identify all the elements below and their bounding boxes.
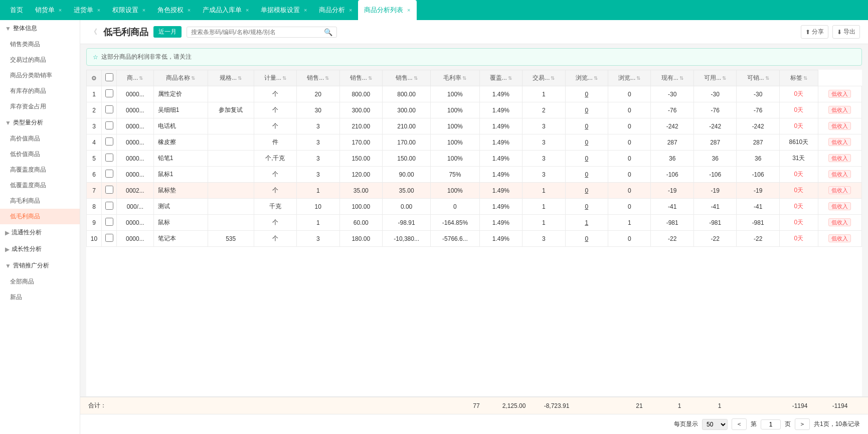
- row-view1: 0: [608, 167, 651, 183]
- nav-goods-analysis-list[interactable]: 商品分析列表 ×: [358, 0, 416, 20]
- col-unit-header[interactable]: 计量...⇅: [254, 70, 296, 86]
- row-gross: 1.49%: [479, 102, 522, 118]
- col-sales-header[interactable]: 销售...⇅: [383, 70, 431, 86]
- sidebar-group-overall[interactable]: ▼ 整体信息: [0, 20, 80, 37]
- col-view1-header[interactable]: 浏览...⇅: [565, 70, 608, 86]
- close-purchase[interactable]: ×: [97, 7, 100, 13]
- row-checkbox[interactable]: [105, 218, 113, 226]
- sidebar-item-all-goods[interactable]: 全部商品: [0, 274, 80, 290]
- close-goods-analysis[interactable]: ×: [349, 7, 352, 13]
- sidebar-item-capital[interactable]: 库存资金占用: [0, 99, 80, 114]
- nav-sales[interactable]: 销货单 ×: [29, 0, 68, 20]
- col-days-header[interactable]: 可销...⇅: [737, 70, 779, 86]
- sidebar-group-growth[interactable]: ▶ 成长性分析: [0, 241, 80, 257]
- col-qty-header[interactable]: 销售...⇅: [297, 70, 339, 86]
- row-checkbox[interactable]: [105, 89, 113, 97]
- col-stock-header[interactable]: 现有...⇅: [651, 70, 693, 86]
- nav-product-entry[interactable]: 产成品入库单 ×: [197, 0, 255, 20]
- row-checkbox-cell[interactable]: [102, 183, 117, 199]
- page-input[interactable]: [761, 419, 781, 429]
- close-template[interactable]: ×: [304, 7, 307, 13]
- col-view2-header[interactable]: 浏览...⇅: [608, 70, 651, 86]
- row-trade[interactable]: 1: [565, 215, 608, 231]
- sidebar-item-low-value[interactable]: 低价值商品: [0, 147, 80, 162]
- row-checkbox[interactable]: [105, 186, 113, 194]
- row-checkbox[interactable]: [105, 170, 113, 178]
- row-trade[interactable]: 0: [565, 134, 608, 151]
- row-checkbox[interactable]: [105, 121, 113, 129]
- close-sales[interactable]: ×: [59, 7, 62, 13]
- col-code-header[interactable]: 商...⇅: [117, 70, 154, 86]
- row-trade[interactable]: 0: [565, 118, 608, 134]
- close-permission[interactable]: ×: [142, 7, 145, 13]
- row-spec: [208, 86, 254, 102]
- row-view1: 1: [608, 215, 651, 231]
- col-trade-header[interactable]: 交易...⇅: [523, 70, 565, 86]
- row-checkbox-cell[interactable]: [102, 199, 117, 215]
- select-all-checkbox[interactable]: [105, 73, 113, 81]
- col-coverage-header[interactable]: 覆盖...⇅: [479, 70, 522, 86]
- sidebar-item-in-stock[interactable]: 有库存的商品: [0, 83, 80, 99]
- row-checkbox[interactable]: [105, 105, 113, 113]
- row-trade[interactable]: 0: [565, 183, 608, 199]
- row-checkbox-cell[interactable]: [102, 102, 117, 118]
- export-button[interactable]: ⬇ 导出: [832, 25, 860, 39]
- col-settings[interactable]: ⚙: [87, 70, 102, 86]
- row-checkbox-cell[interactable]: [102, 231, 117, 247]
- row-trade[interactable]: 0: [565, 199, 608, 215]
- row-trade[interactable]: 0: [565, 167, 608, 183]
- pagination-bar: 每页显示 50 20 100 ＜ 第 页 ＞ 共1页，10条记录: [80, 414, 868, 434]
- sidebar-item-low-coverage[interactable]: 低覆盖度商品: [0, 178, 80, 193]
- sidebar-item-sales-goods[interactable]: 销售类商品: [0, 37, 80, 52]
- prev-page-btn[interactable]: ＜: [732, 418, 747, 430]
- row-trade[interactable]: 0: [565, 86, 608, 102]
- col-name-header[interactable]: 商品名称⇅: [153, 70, 208, 86]
- sidebar-item-new-goods[interactable]: 新品: [0, 290, 80, 305]
- sidebar-item-low-margin[interactable]: 低毛利商品: [0, 209, 80, 224]
- nav-role[interactable]: 角色授权 ×: [151, 0, 197, 20]
- collapse-sidebar-btn[interactable]: 《: [88, 26, 98, 39]
- search-input[interactable]: [191, 29, 324, 36]
- col-price-header[interactable]: 销售...⇅: [339, 70, 382, 86]
- row-trade[interactable]: 0: [565, 102, 608, 118]
- sidebar-item-high-margin[interactable]: 高毛利商品: [0, 193, 80, 209]
- nav-template[interactable]: 单据模板设置 ×: [255, 0, 313, 20]
- row-avail: 36: [737, 151, 779, 167]
- nav-home[interactable]: 首页: [4, 0, 29, 20]
- row-checkbox[interactable]: [105, 234, 113, 242]
- nav-purchase[interactable]: 进货单 ×: [68, 0, 106, 20]
- sidebar-item-traded-goods[interactable]: 交易过的商品: [0, 52, 80, 68]
- next-page-btn[interactable]: ＞: [795, 418, 810, 430]
- row-checkbox-cell[interactable]: [102, 167, 117, 183]
- row-checkbox-cell[interactable]: [102, 151, 117, 167]
- row-checkbox[interactable]: [105, 154, 113, 162]
- date-filter-button[interactable]: 近一月: [153, 26, 182, 38]
- close-role[interactable]: ×: [188, 7, 191, 13]
- sidebar-item-high-value[interactable]: 高价值商品: [0, 131, 80, 147]
- sidebar-group-type[interactable]: ▼ 类型量分析: [0, 114, 80, 131]
- col-tag-header[interactable]: 标签⇅: [779, 70, 818, 86]
- col-gross-header[interactable]: 毛利率⇅: [431, 70, 479, 86]
- sidebar-item-high-coverage[interactable]: 高覆盖度商品: [0, 162, 80, 178]
- close-goods-analysis-list[interactable]: ×: [407, 7, 410, 13]
- close-product-entry[interactable]: ×: [246, 7, 249, 13]
- share-button[interactable]: ⬆ 分享: [801, 25, 828, 39]
- col-avail-header[interactable]: 可用...⇅: [693, 70, 736, 86]
- sidebar-item-category-rate[interactable]: 商品分类助销率: [0, 68, 80, 83]
- row-trade[interactable]: 0: [565, 231, 608, 247]
- row-trade[interactable]: 0: [565, 151, 608, 167]
- nav-permission[interactable]: 权限设置 ×: [106, 0, 151, 20]
- col-spec-header[interactable]: 规格...⇅: [208, 70, 254, 86]
- sidebar-group-flow[interactable]: ▶ 流通性分析: [0, 224, 80, 241]
- row-checkbox[interactable]: [105, 202, 113, 210]
- nav-goods-analysis[interactable]: 商品分析 ×: [313, 0, 358, 20]
- col-checkbox[interactable]: [102, 70, 117, 86]
- row-checkbox[interactable]: [105, 137, 113, 146]
- row-checkbox-cell[interactable]: [102, 118, 117, 134]
- page-size-select[interactable]: 50 20 100: [702, 419, 728, 430]
- row-checkbox-cell[interactable]: [102, 134, 117, 151]
- sidebar-group-marketing[interactable]: ▼ 营销推广分析: [0, 257, 80, 274]
- row-checkbox-cell[interactable]: [102, 215, 117, 231]
- row-checkbox-cell[interactable]: [102, 86, 117, 102]
- row-qty: 3: [297, 151, 339, 167]
